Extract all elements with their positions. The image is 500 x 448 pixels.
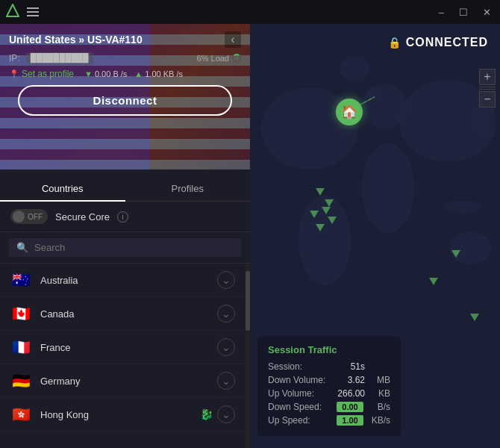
title-bar: – ☐ ✕ (0, 0, 500, 24)
down-speed-row: Down Speed: 0.00 B/s (268, 402, 390, 412)
down-volume-value: 3.62 (335, 375, 365, 385)
up-volume-unit: KB (368, 388, 390, 399)
list-item[interactable]: 🇫🇷 France ⌄ (0, 331, 246, 364)
country-name: Australia (40, 275, 217, 286)
right-panel: 🔒 CONNECTED 🏠 + − Session Traffic Sessio… (250, 24, 500, 448)
load-circle-icon (232, 54, 241, 63)
down-volume-row: Down Volume: 3.62 MB (268, 375, 390, 385)
svg-point-7 (340, 57, 369, 81)
close-button[interactable]: ✕ (480, 6, 494, 19)
up-speed-label: Up Speed: (268, 415, 335, 426)
main-container: United States » US-VA#110 ‹ IP: ████████… (0, 24, 500, 448)
search-input[interactable] (34, 242, 234, 253)
flag-germany: 🇩🇪 (10, 373, 31, 388)
ip-label: IP: (9, 53, 20, 63)
maximize-button[interactable]: ☐ (456, 6, 471, 19)
title-bar-left (6, 4, 39, 20)
up-volume-value: 266.00 (335, 388, 365, 399)
down-speed-badge: 0.00 (337, 402, 363, 412)
map-marker (316, 224, 325, 231)
upload-arrow-icon: ▲ (134, 69, 143, 78)
expand-icon[interactable]: ⌄ (217, 405, 235, 423)
expand-icon[interactable]: ⌄ (217, 372, 235, 390)
map-marker (451, 250, 460, 258)
disconnect-button[interactable]: Disconnect (18, 85, 232, 116)
set-profile-button[interactable]: 📍 Set as profile (9, 69, 74, 79)
map-marker (470, 314, 479, 321)
upload-speed: ▲ 1.00 KB /s (134, 69, 183, 78)
title-bar-controls: – ☐ ✕ (436, 6, 494, 19)
expand-icon[interactable]: ⌄ (217, 271, 235, 289)
country-name: France (40, 342, 217, 353)
country-name: Germany (40, 376, 217, 387)
session-value: 51s (335, 361, 365, 372)
back-button[interactable]: ‹ (225, 31, 241, 48)
svg-point-9 (366, 87, 377, 102)
map-ctrl-divider2 (479, 89, 496, 90)
flag-hongkong: 🇭🇰 (10, 407, 31, 422)
tab-profiles[interactable]: Profiles (125, 177, 251, 201)
info-icon[interactable]: i (117, 211, 128, 223)
up-speed-badge: 1.00 (337, 415, 363, 426)
toggle-label: OFF (28, 213, 43, 221)
search-container: 🔍 (0, 232, 250, 264)
up-speed-row: Up Speed: 1.00 KB/s (268, 415, 390, 426)
svg-point-10 (444, 201, 481, 213)
profile-row: 📍 Set as profile ▼ 0.00 B /s ▲ 1.00 KB /… (9, 69, 241, 79)
zoom-in-button[interactable]: + (479, 69, 496, 85)
map-marker (429, 278, 438, 285)
list-item[interactable]: 🇭🇰 Hong Kong 🐉 ⌄ (0, 398, 246, 432)
map-marker (328, 217, 337, 224)
map-controls: + − (479, 69, 496, 108)
up-volume-row: Up Volume: 266.00 KB (268, 388, 390, 399)
session-traffic-title: Session Traffic (268, 344, 390, 355)
toggle-dot (13, 211, 25, 223)
map-marker (322, 207, 331, 214)
map-marker (316, 188, 325, 196)
map-ctrl-divider (479, 87, 496, 87)
expand-icon[interactable]: ⌄ (217, 338, 235, 356)
server-name: United States » US-VA#110 (9, 34, 143, 46)
map-marker (325, 199, 334, 207)
secure-core-row: OFF Secure Core i (0, 202, 250, 232)
up-volume-label: Up Volume: (268, 388, 335, 399)
country-list-wrapper: 🇦🇺 Australia ⌄ 🇨🇦 Canada ⌄ 🇫🇷 France ⌄ 🇩… (0, 264, 250, 448)
expand-icon[interactable]: ⌄ (217, 305, 235, 323)
app-logo (6, 4, 19, 20)
server-row: United States » US-VA#110 ‹ (9, 31, 241, 48)
list-item[interactable]: 🇨🇦 Canada ⌄ (0, 297, 246, 331)
session-row: Session: 51s (268, 361, 390, 372)
ip-value: ██████████ (26, 52, 93, 64)
svg-marker-0 (7, 4, 19, 16)
download-arrow-icon: ▼ (84, 69, 93, 78)
flag-canada: 🇨🇦 (10, 306, 31, 321)
flag-france: 🇫🇷 (10, 340, 31, 355)
zoom-out-button[interactable]: − (479, 91, 496, 108)
location-pin-icon: 📍 (9, 69, 19, 79)
down-speed-unit: B/s (368, 402, 390, 412)
list-item[interactable]: 🇦🇺 Australia ⌄ (0, 264, 246, 297)
ip-row: IP: ██████████ 6% Load (9, 52, 241, 64)
left-panel: United States » US-VA#110 ‹ IP: ████████… (0, 24, 250, 448)
minimize-button[interactable]: – (436, 6, 447, 19)
lock-icon: 🔒 (388, 37, 401, 49)
secure-core-toggle[interactable]: OFF (10, 209, 48, 224)
down-volume-label: Down Volume: (268, 375, 335, 385)
search-input-wrapper: 🔍 (9, 238, 241, 257)
country-name: Canada (40, 308, 217, 320)
svg-point-4 (362, 143, 414, 233)
down-volume-unit: MB (368, 375, 390, 385)
search-icon: 🔍 (16, 242, 28, 253)
load-text: 6% Load (197, 54, 241, 63)
tabs: Countries Profiles (0, 177, 250, 202)
list-item[interactable]: 🇩🇪 Germany ⌄ (0, 364, 246, 398)
menu-button[interactable] (27, 7, 39, 16)
connected-label: 🔒 CONNECTED (388, 36, 488, 49)
home-marker[interactable]: 🏠 (336, 99, 363, 125)
download-speed: ▼ 0.00 B /s (84, 69, 127, 78)
tab-countries[interactable]: Countries (0, 177, 125, 202)
svg-point-6 (449, 231, 491, 264)
down-speed-label: Down Speed: (268, 402, 335, 412)
connection-header: United States » US-VA#110 ‹ IP: ████████… (0, 24, 250, 169)
speed-info: ▼ 0.00 B /s ▲ 1.00 KB /s (84, 69, 183, 78)
